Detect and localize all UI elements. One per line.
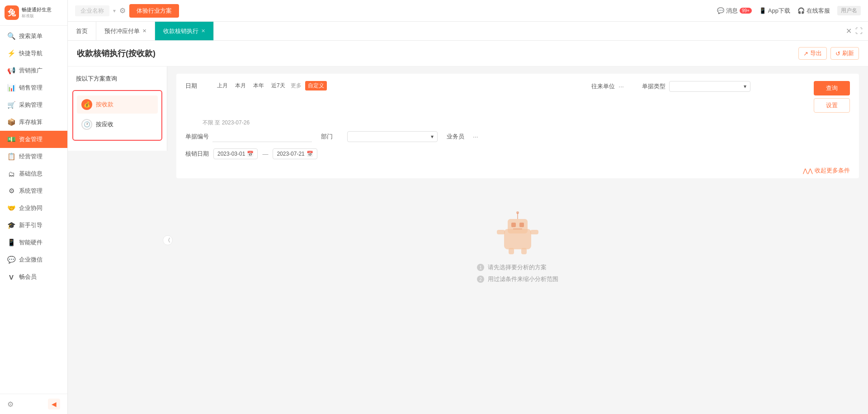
tab-receipt-offset-close-icon[interactable]: ✕	[201, 28, 205, 34]
filter-dept-group: 部门 ▾	[321, 131, 438, 142]
sidebar-label-search-menu: 搜索菜单	[19, 32, 42, 40]
header-gear-icon[interactable]: ⚙	[119, 6, 126, 15]
customer-service-button[interactable]: 🎧 在线客服	[797, 7, 830, 15]
sidebar-item-capital-mgmt[interactable]: 💵 资金管理	[0, 131, 67, 148]
refresh-label: 刷新	[842, 49, 854, 57]
inventory-icon: 📦	[7, 118, 15, 126]
date-shortcut-more[interactable]: 更多	[291, 82, 302, 90]
sidebar-item-beginner-guide[interactable]: 🎓 新手引导	[0, 217, 67, 234]
tab-close-all-icon[interactable]: ✕	[846, 27, 852, 35]
sidebar-item-search-menu[interactable]: 🔍 搜索菜单	[0, 28, 67, 45]
sidebar-item-vip[interactable]: V 畅会员	[0, 268, 67, 286]
settings-button[interactable]: 设置	[814, 98, 850, 113]
sidebar-item-sys-mgmt[interactable]: ⚙ 系统管理	[0, 182, 67, 200]
sidebar-item-smart-hardware[interactable]: 📱 智能硬件	[0, 234, 67, 251]
date-shortcut-custom[interactable]: 自定义	[305, 81, 327, 90]
by-receivable-label: 按应收	[96, 120, 113, 128]
search-menu-icon: 🔍	[7, 32, 15, 40]
sidebar-label-smart-hardware: 智能硬件	[19, 238, 42, 247]
sidebar-item-sales-mgmt[interactable]: 📊 销售管理	[0, 79, 67, 96]
vendor-ellipsis[interactable]: ···	[618, 83, 624, 90]
doc-type-select[interactable]: ▾	[669, 81, 750, 92]
date-label: 日期	[185, 82, 208, 90]
filter-staff-group: 业务员 ···	[447, 133, 478, 141]
date-shortcuts: 上月 本月 本年 近7天 更多 自定义	[215, 81, 327, 90]
tab-receipt-offset[interactable]: 收款核销执行 ✕	[155, 22, 214, 40]
sidebar-logo: 兔 畅捷通好生意 标准版	[0, 0, 67, 26]
filter-option-by-receivable[interactable]: 🕐 按应收	[77, 115, 158, 133]
filter-option-by-receipt[interactable]: 💰 按收款	[77, 95, 158, 114]
refresh-button[interactable]: ↺ 刷新	[830, 47, 859, 60]
refresh-icon: ↺	[835, 50, 840, 57]
vip-icon: V	[7, 273, 15, 281]
dept-select[interactable]: ▾	[347, 131, 438, 142]
sidebar-item-purchase-mgmt[interactable]: 🛒 采购管理	[0, 96, 67, 114]
filter-form: 日期 上月 本月 本年 近7天 更多 自定义	[176, 74, 859, 178]
sidebar-label-basic-info: 基础信息	[19, 170, 42, 178]
sidebar-label-inventory: 库存核算	[19, 118, 42, 126]
dept-label: 部门	[321, 133, 344, 141]
writeoff-date-from-value: 2023-03-01	[217, 151, 245, 157]
date-shortcut-this-month[interactable]: 本月	[233, 81, 248, 90]
doc-no-input[interactable]	[212, 132, 312, 142]
user-avatar[interactable]: 用户名	[837, 6, 861, 15]
vendor-label: 往来单位	[591, 82, 615, 90]
app-name: 畅捷通好生意	[22, 6, 52, 13]
writeoff-date-to-input[interactable]: 2023-07-21 📅	[273, 148, 317, 159]
sidebar-item-quick-nav[interactable]: ⚡ 快捷导航	[0, 45, 67, 62]
sales-mgmt-icon: 📊	[7, 84, 15, 92]
right-content: 日期 上月 本月 本年 近7天 更多 自定义	[167, 67, 868, 414]
tab-prepay-offset[interactable]: 预付冲应付单 ✕	[96, 22, 155, 40]
industry-solution-button[interactable]: 体验行业方案	[129, 4, 179, 18]
tab-spacer	[214, 22, 840, 40]
header-right: 💬 消息 99+ 📱 App下载 🎧 在线客服 用户名	[717, 6, 861, 15]
by-receipt-label: 按收款	[96, 100, 113, 109]
sidebar-label-operations-mgmt: 经营管理	[19, 152, 42, 161]
sidebar-item-inventory[interactable]: 📦 库存核算	[0, 114, 67, 131]
left-panel-collapse-button[interactable]: 《	[163, 235, 173, 245]
quick-nav-icon: ⚡	[7, 49, 15, 57]
header-chevron-icon[interactable]: ▾	[113, 8, 116, 14]
sidebar-label-sales-mgmt: 销售管理	[19, 84, 42, 92]
sidebar-item-operations-mgmt[interactable]: 📋 经营管理	[0, 148, 67, 165]
tab-home[interactable]: 首页	[68, 22, 96, 40]
sidebar-label-beginner-guide: 新手引导	[19, 221, 42, 229]
filter-wrapper: 日期 上月 本月 本年 近7天 更多 自定义	[176, 74, 859, 178]
header-left: 企业名称 ▾ ⚙ 体验行业方案	[75, 4, 179, 18]
message-button[interactable]: 💬 消息 99+	[717, 7, 752, 15]
capital-mgmt-icon: 💵	[7, 135, 15, 143]
sidebar-settings-icon[interactable]: ⚙	[7, 400, 14, 409]
tab-expand-icon[interactable]: ⛶	[855, 27, 863, 35]
collapse-more-button[interactable]: ⋀⋀ 收起更多条件	[185, 164, 850, 175]
form-action-buttons: 查询 设置	[814, 81, 850, 113]
main-content: 按以下方案查询 💰 按收款 🕐 按应收 《	[68, 67, 868, 414]
tab-prepay-offset-close-icon[interactable]: ✕	[142, 28, 146, 34]
hint2-num: 2	[477, 276, 484, 283]
collapse-up-icon: ⋀⋀	[803, 167, 813, 174]
sidebar-item-basic-info[interactable]: 🗂 基础信息	[0, 165, 67, 182]
left-panel-title: 按以下方案查询	[72, 73, 162, 85]
sidebar-footer: ⚙ ◀	[0, 394, 67, 414]
sidebar-label-enterprise-wechat: 企业微信	[19, 256, 42, 264]
export-icon: ↗	[803, 50, 808, 57]
sidebar-item-enterprise-collab[interactable]: 🤝 企业协同	[0, 200, 67, 217]
svg-rect-3	[519, 223, 524, 227]
date-shortcut-7days[interactable]: 近7天	[269, 81, 287, 90]
marketing-icon: 📢	[7, 67, 15, 75]
smart-hardware-icon: 📱	[7, 238, 15, 247]
sidebar-nav: 🔍 搜索菜单 ⚡ 快捷导航 📢 营销推广 📊 销售管理 🛒 采购管理 📦 库存核…	[0, 26, 67, 394]
export-button[interactable]: ↗ 导出	[798, 47, 827, 60]
date-shortcut-this-year[interactable]: 本年	[251, 81, 266, 90]
staff-ellipsis[interactable]: ···	[473, 133, 478, 140]
app-download-button[interactable]: 📱 App下载	[759, 7, 790, 15]
sidebar-item-enterprise-wechat[interactable]: 💬 企业微信	[0, 251, 67, 268]
purchase-mgmt-icon: 🛒	[7, 101, 15, 109]
query-button[interactable]: 查询	[814, 81, 850, 95]
date-shortcut-last-month[interactable]: 上月	[215, 81, 230, 90]
by-receivable-icon: 🕐	[81, 119, 92, 130]
sidebar-label-purchase-mgmt: 采购管理	[19, 101, 42, 109]
sidebar-collapse-icon[interactable]: ◀	[48, 399, 60, 409]
writeoff-date-from-input[interactable]: 2023-03-01 📅	[213, 148, 258, 159]
sidebar-item-marketing[interactable]: 📢 营销推广	[0, 62, 67, 79]
main-area: 企业名称 ▾ ⚙ 体验行业方案 💬 消息 99+ 📱 App下载 🎧 在线客服 …	[68, 0, 868, 414]
